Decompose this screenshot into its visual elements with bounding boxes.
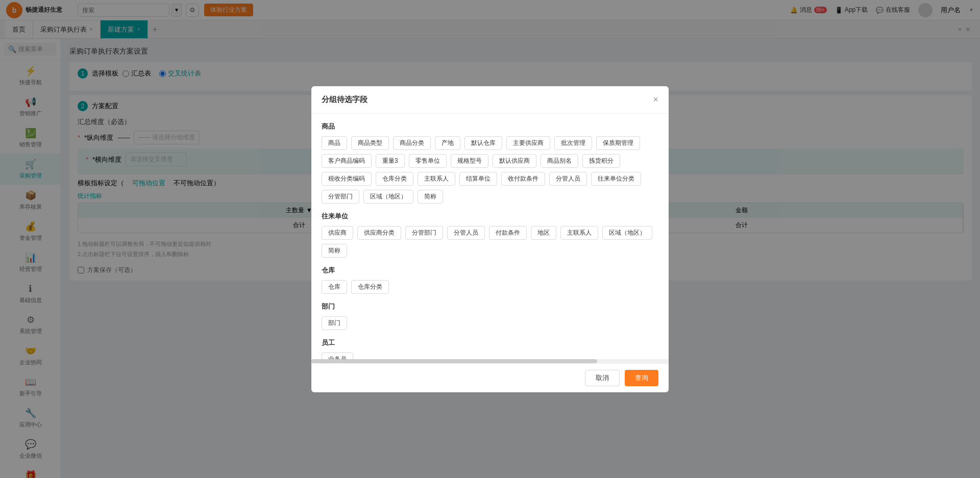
tag-item[interactable]: 重量3 — [376, 154, 405, 168]
tag-item[interactable]: 简称 — [322, 244, 347, 258]
tag-item[interactable]: 商品 — [322, 136, 347, 150]
modal-bottom-scrollbar[interactable] — [311, 359, 669, 363]
modal-section-title: 商品 — [322, 122, 658, 131]
field-select-modal: 分组待选字段 × 商品商品商品类型商品分类产地默认仓库主要供应商批次管理保质期管… — [311, 86, 669, 392]
tag-item[interactable]: 商品分类 — [393, 136, 431, 150]
modal-overlay: 分组待选字段 × 商品商品商品类型商品分类产地默认仓库主要供应商批次管理保质期管… — [0, 0, 980, 478]
tag-item[interactable]: 主要供应商 — [506, 136, 550, 150]
tag-item[interactable]: 默认仓库 — [464, 136, 502, 150]
modal-bottom-thumb — [311, 359, 597, 363]
tag-grid: 商品商品类型商品分类产地默认仓库主要供应商批次管理保质期管理客户商品编码重量3零… — [322, 136, 658, 204]
tag-item[interactable]: 收付款条件 — [501, 172, 545, 186]
cancel-button[interactable]: 取消 — [585, 370, 620, 386]
modal-section-title: 部门 — [322, 302, 658, 311]
tag-item[interactable]: 供应商 — [322, 226, 353, 240]
tag-item[interactable]: 仓库分类 — [376, 172, 413, 186]
tag-item[interactable]: 区域（地区） — [602, 226, 652, 240]
modal-footer: 取消 查询 — [311, 363, 669, 392]
tag-grid: 供应商供应商分类分管部门分管人员付款条件地区主联系人区域（地区）简称 — [322, 226, 658, 258]
confirm-button[interactable]: 查询 — [625, 370, 658, 386]
modal-section-title: 往来单位 — [322, 212, 658, 221]
tag-item[interactable]: 主联系人 — [418, 172, 455, 186]
tag-item[interactable]: 区域（地区） — [363, 190, 413, 204]
tag-item[interactable]: 业务员 — [322, 353, 353, 359]
tag-item[interactable]: 分管部门 — [405, 226, 443, 240]
modal-close-button[interactable]: × — [653, 94, 658, 105]
tag-item[interactable]: 保质期管理 — [596, 136, 640, 150]
modal-section-title: 仓库 — [322, 266, 658, 275]
tag-item[interactable]: 税收分类编码 — [322, 172, 372, 186]
tag-item[interactable]: 部门 — [322, 316, 347, 330]
tag-grid: 部门 — [322, 316, 658, 330]
tag-item[interactable]: 默认供应商 — [493, 154, 536, 168]
tag-item[interactable]: 分管部门 — [322, 190, 359, 204]
tag-item[interactable]: 规格型号 — [451, 154, 488, 168]
tag-item[interactable]: 客户商品编码 — [322, 154, 372, 168]
tag-item[interactable]: 往来单位分类 — [591, 172, 641, 186]
tag-item[interactable]: 仓库分类 — [351, 280, 389, 294]
modal-title: 分组待选字段 — [322, 95, 368, 105]
tag-item[interactable]: 仓库 — [322, 280, 347, 294]
tag-item[interactable]: 地区 — [531, 226, 556, 240]
tag-item[interactable]: 产地 — [435, 136, 460, 150]
tag-item[interactable]: 批次管理 — [554, 136, 592, 150]
tag-item[interactable]: 商品类型 — [351, 136, 389, 150]
tag-item[interactable]: 供应商分类 — [357, 226, 401, 240]
tag-item[interactable]: 商品别名 — [541, 154, 578, 168]
modal-section-title: 员工 — [322, 338, 658, 347]
tag-item[interactable]: 主联系人 — [560, 226, 598, 240]
tag-grid: 仓库仓库分类 — [322, 280, 658, 294]
modal-header: 分组待选字段 × — [311, 86, 669, 114]
tag-item[interactable]: 结算单位 — [459, 172, 497, 186]
tag-item[interactable]: 付款条件 — [489, 226, 527, 240]
tag-grid: 业务员 — [322, 353, 658, 359]
tag-item[interactable]: 零售单位 — [409, 154, 447, 168]
tag-item[interactable]: 简称 — [418, 190, 443, 204]
modal-body: 商品商品商品类型商品分类产地默认仓库主要供应商批次管理保质期管理客户商品编码重量… — [311, 114, 669, 359]
tag-item[interactable]: 分管人员 — [447, 226, 485, 240]
tag-item[interactable]: 拣货积分 — [582, 154, 620, 168]
tag-item[interactable]: 分管人员 — [549, 172, 587, 186]
